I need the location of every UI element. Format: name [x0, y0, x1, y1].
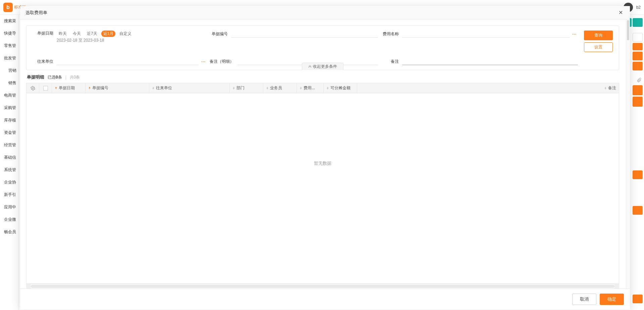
section-title: 单据明细 — [27, 74, 44, 80]
filter-remark-input[interactable] — [402, 58, 578, 65]
date-tag-1[interactable]: 今天 — [71, 31, 83, 37]
filter-feename-input[interactable] — [402, 31, 570, 38]
gear-icon — [31, 86, 35, 91]
filter-feename-label: 费用名称 — [378, 31, 402, 37]
filter-partner-input[interactable] — [57, 58, 199, 65]
cancel-button[interactable]: 取消 — [572, 294, 596, 305]
date-tag-3[interactable]: 近1月 — [101, 31, 116, 37]
date-tag-4[interactable]: 自定义 — [117, 31, 133, 37]
selected-count: 已选0条 — [48, 74, 62, 80]
filter-feename-lookup-icon[interactable]: ··· — [571, 32, 578, 37]
filter-code-input[interactable] — [231, 31, 378, 38]
col-amount[interactable]: ▲▼ 可分摊金额 — [324, 83, 357, 93]
col-code[interactable]: ▲▼ 单据编号 — [86, 83, 149, 93]
collapse-filters-toggle[interactable]: 收起更多条件 — [302, 63, 343, 70]
total-count: 共0条 — [70, 74, 80, 80]
svg-point-0 — [32, 88, 34, 89]
col-staff[interactable]: ▲▼ 业务员 — [263, 83, 297, 93]
chevron-up-icon — [308, 65, 312, 68]
sort-icon: ▲▼ — [604, 87, 607, 90]
separator: | — [65, 75, 66, 80]
filter-remark-label: 备注 — [378, 59, 402, 64]
table-settings-button[interactable] — [26, 83, 39, 93]
filter-partner-label: 往来单位 — [33, 59, 57, 64]
sort-icon: ▲▼ — [88, 87, 91, 90]
col-remark[interactable]: ▲▼ 备注 — [357, 83, 619, 93]
sort-icon: ▲▼ — [266, 87, 269, 90]
table-horizontal-scrollbar[interactable] — [26, 284, 619, 289]
confirm-button[interactable]: 确定 — [600, 294, 624, 305]
sort-icon: ▲▼ — [232, 87, 235, 90]
filter-code-label: 单据编号 — [207, 31, 231, 37]
filter-date-label: 单据日期 — [33, 31, 57, 36]
sort-icon: ▲▼ — [152, 87, 155, 90]
col-date[interactable]: ▲▼ 单据日期 — [52, 83, 86, 93]
col-fee[interactable]: ▲▼ 费用... — [297, 83, 324, 93]
query-button[interactable]: 查询 — [584, 31, 613, 40]
collapse-filters-label: 收起更多条件 — [313, 64, 337, 69]
col-partner[interactable]: ▲▼ 往来单位 — [149, 83, 230, 93]
filter-date-range: 2023-02-18 至 2023-03-18 — [57, 38, 104, 43]
filter-detailremark-label: 备注（明细） — [207, 59, 237, 64]
select-all-checkbox[interactable] — [39, 83, 52, 93]
table-header: ▲▼ 单据日期 ▲▼ 单据编号 ▲▼ 往来单位 ▲▼ 部门 ▲▼ 业务员 — [26, 83, 619, 93]
date-tag-2[interactable]: 近7天 — [85, 31, 99, 37]
modal-title: 选取费用单 — [25, 10, 47, 16]
select-expense-modal: 选取费用单 ✕ 单据日期 昨天今天近7天近1月自定义 2023-02-18 至 … — [20, 6, 630, 310]
modal-vertical-scrollbar[interactable] — [626, 19, 630, 289]
filter-settings-button[interactable]: 设置 — [584, 42, 613, 52]
close-icon[interactable]: ✕ — [616, 9, 625, 17]
empty-state: 暂无数据 — [314, 160, 331, 166]
sort-icon: ▲▼ — [300, 87, 302, 90]
filter-partner-lookup-icon[interactable]: ··· — [200, 59, 207, 64]
col-dept[interactable]: ▲▼ 部门 — [230, 83, 263, 93]
sort-icon: ▲▼ — [55, 87, 57, 90]
date-tag-0[interactable]: 昨天 — [57, 31, 69, 37]
sort-icon: ▲▼ — [326, 87, 329, 90]
